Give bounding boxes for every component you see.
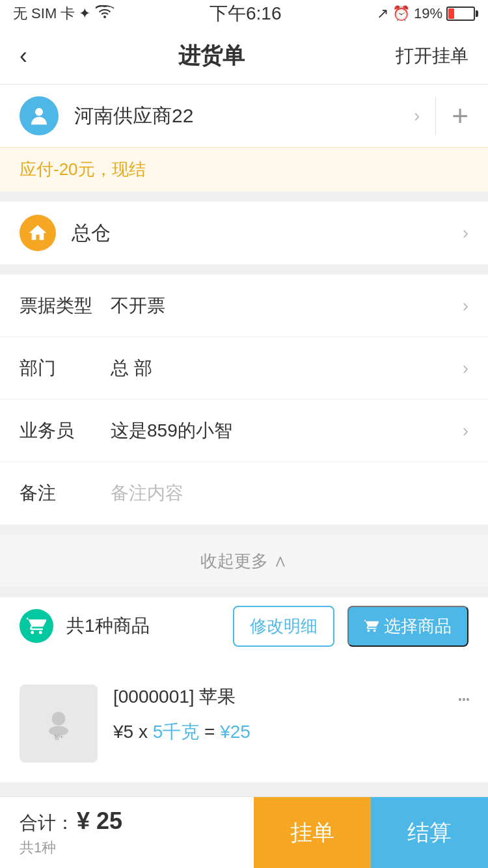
status-bar: 无 SIM 卡 ✦ 下午6:16 ↗ ⏰ 19% — [0, 0, 488, 27]
chevron-right-icon: › — [414, 105, 420, 126]
battery-percent: 19% — [414, 5, 442, 22]
total-count: 共1种 — [20, 838, 234, 858]
supplier-section: 河南供应商22 › + 应付-20元，现结 — [0, 85, 488, 191]
select-product-icon — [364, 619, 379, 633]
invoice-type-row[interactable]: 票据类型 不开票 › — [0, 275, 488, 337]
supplier-avatar — [20, 96, 59, 135]
remark-row[interactable]: 备注 备注内容 — [0, 462, 488, 524]
product-item: 智+ [0000001] 苹果 ¥5 x 5千克 = ¥25 ··· — [0, 665, 488, 782]
dept-label: 部门 — [20, 356, 104, 381]
equals-sign: = — [204, 722, 220, 742]
product-price: ¥5 x 5千克 = ¥25 — [113, 720, 441, 744]
svg-point-1 — [52, 712, 66, 726]
warehouse-icon — [20, 215, 56, 251]
total-amount: ¥ 25 — [77, 807, 122, 835]
battery-icon — [446, 7, 475, 21]
status-left: 无 SIM 卡 ✦ — [13, 4, 114, 23]
vertical-divider — [435, 96, 436, 135]
svg-text:智+: 智+ — [54, 734, 63, 740]
product-title: 苹果 — [199, 686, 236, 707]
main-content: 河南供应商22 › + 应付-20元，现结 总仓 › 票据类型 不开票 › 部门… — [0, 85, 488, 868]
dept-value: 总 部 — [104, 356, 463, 381]
select-product-label: 选择商品 — [384, 615, 452, 638]
add-supplier-button[interactable]: + — [452, 102, 468, 130]
products-count: 共1种商品 — [66, 614, 220, 638]
settle-button[interactable]: 结算 — [371, 797, 488, 868]
edit-detail-button[interactable]: 修改明细 — [233, 606, 334, 647]
settle-label: 结算 — [407, 818, 452, 848]
cart-icon — [27, 616, 46, 636]
hang-order-label: 挂单 — [290, 818, 334, 848]
product-thumbnail: 智+ — [20, 685, 98, 763]
collapse-bar[interactable]: 收起更多 ∧ — [0, 535, 488, 587]
svg-point-0 — [35, 108, 43, 116]
sales-value: 这是859的小智 — [104, 418, 463, 443]
chevron-right-icon: › — [463, 223, 468, 243]
total-label: 合计： — [20, 811, 74, 835]
invoice-value: 不开票 — [104, 293, 463, 318]
wifi-icon — [96, 5, 114, 22]
bottom-bar: 合计： ¥ 25 共1种 挂单 结算 — [0, 796, 488, 868]
products-section: 共1种商品 修改明细 选择商品 智+ [0000001] — [0, 597, 488, 782]
quantity: 5千克 — [153, 722, 200, 742]
item-total: ¥25 — [220, 722, 251, 742]
home-icon — [27, 223, 48, 243]
remark-input[interactable]: 备注内容 — [104, 481, 468, 506]
sim-text: 无 SIM 卡 ✦ — [13, 4, 90, 23]
alarm-icon: ⏰ — [392, 5, 410, 22]
product-name: [0000001] 苹果 — [113, 685, 441, 709]
nav-bar: ‹ 进货单 打开挂单 — [0, 27, 488, 85]
warehouse-row[interactable]: 总仓 › — [0, 202, 488, 264]
unit-price: ¥5 — [113, 722, 133, 742]
invoice-label: 票据类型 — [20, 293, 104, 318]
department-row[interactable]: 部门 总 部 › — [0, 337, 488, 400]
salesperson-row[interactable]: 业务员 这是859的小智 › — [0, 400, 488, 462]
product-more-button[interactable]: ··· — [457, 685, 468, 712]
chevron-right-icon: › — [463, 295, 468, 316]
product-info: [0000001] 苹果 ¥5 x 5千克 = ¥25 — [113, 685, 441, 744]
product-image-placeholder: 智+ — [39, 704, 78, 743]
products-icon — [20, 609, 53, 643]
location-icon: ↗ — [377, 5, 388, 22]
product-code: [0000001] — [113, 686, 195, 707]
supplier-name: 河南供应商22 — [74, 103, 414, 129]
multiply-sign: x — [139, 722, 153, 742]
back-button[interactable]: ‹ — [20, 42, 27, 70]
status-right: ↗ ⏰ 19% — [377, 5, 475, 22]
remark-label: 备注 — [20, 481, 104, 506]
products-header: 共1种商品 修改明细 选择商品 — [0, 597, 488, 655]
person-icon — [27, 104, 51, 128]
total-section: 合计： ¥ 25 共1种 — [0, 797, 254, 868]
form-section: 票据类型 不开票 › 部门 总 部 › 业务员 这是859的小智 › 备注 备注… — [0, 275, 488, 524]
warehouse-name: 总仓 — [72, 220, 463, 247]
status-time: 下午6:16 — [210, 1, 282, 26]
chevron-right-icon: › — [463, 420, 468, 441]
open-pending-button[interactable]: 打开挂单 — [396, 44, 468, 68]
sales-label: 业务员 — [20, 418, 104, 443]
collapse-text: 收起更多 ∧ — [200, 550, 287, 573]
supplier-row[interactable]: 河南供应商22 › + — [0, 85, 488, 147]
chevron-right-icon: › — [463, 358, 468, 379]
page-title: 进货单 — [178, 41, 245, 71]
hang-order-button[interactable]: 挂单 — [254, 797, 371, 868]
select-product-button[interactable]: 选择商品 — [347, 606, 468, 647]
supplier-notice: 应付-20元，现结 — [0, 147, 488, 191]
